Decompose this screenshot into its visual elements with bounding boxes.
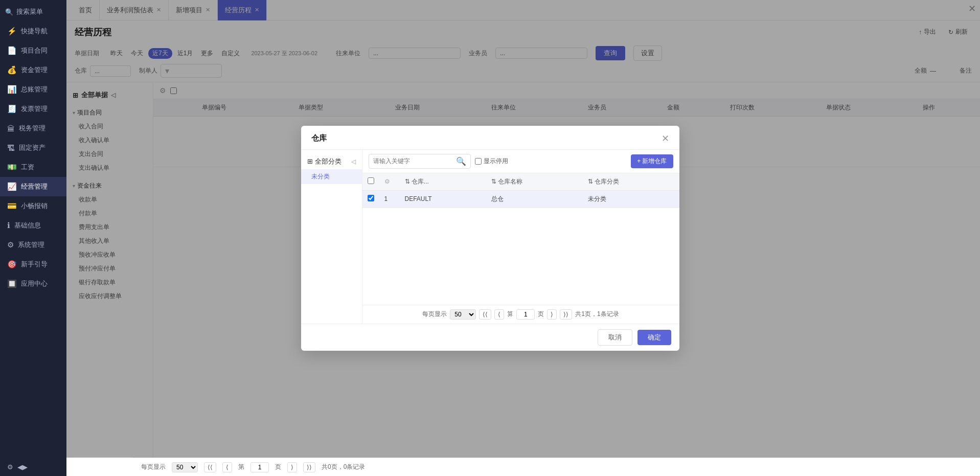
modal-search-icon[interactable]: 🔍 (456, 156, 466, 166)
modal-page-first[interactable]: ⟨⟨ (479, 309, 491, 320)
show-disabled-checkbox[interactable] (475, 158, 482, 165)
salary-icon: 💵 (7, 163, 17, 172)
project-icon: 📄 (7, 46, 17, 55)
petty-icon: 💳 (7, 201, 17, 211)
warehouse-modal: 仓库 ✕ ⊞ 全部分类 ◁ 未分类 🔍 显示停用 (301, 126, 679, 351)
modal-header: 仓库 ✕ (301, 126, 679, 150)
search-icon: 🔍 (5, 8, 13, 16)
page-next-btn[interactable]: ⟩ (287, 462, 297, 472)
modal-pagination: 每页显示 50 100 ⟨⟨ ⟨ 算 页 ⟩ ⟩⟩ 共1页，1条记录 (362, 305, 679, 324)
tax-icon: 🏛 (7, 124, 15, 133)
quick-nav-icon: ⚡ (7, 27, 17, 36)
sidebar-item-app-center[interactable]: 🔲 应用中心 (0, 274, 66, 293)
modal-title: 仓库 (311, 133, 327, 143)
modal-page-last[interactable]: ⟩⟩ (560, 309, 572, 320)
sidebar-item-tax[interactable]: 🏛 税务管理 (0, 119, 66, 138)
modal-page-first-label: 算 (507, 310, 513, 319)
modal-page-next[interactable]: ⟩ (547, 309, 557, 320)
settings-icon[interactable]: ⚙ (7, 463, 13, 471)
sidebar-item-guide[interactable]: 🎯 新手引导 (0, 255, 66, 274)
page-first-label: 第 (238, 463, 244, 471)
modal-search-box[interactable]: 🔍 (369, 154, 471, 169)
add-warehouse-button[interactable]: + 新增仓库 (631, 154, 673, 168)
confirm-button[interactable]: 确定 (637, 330, 671, 345)
operations-icon: 📈 (7, 182, 17, 191)
modal-search-input[interactable] (373, 157, 454, 165)
modal-all-categories[interactable]: ⊞ 全部分类 ◁ (301, 154, 362, 169)
gear-icon-modal[interactable]: ⚙ (384, 178, 390, 185)
row-checkbox-cell (362, 190, 379, 208)
page-prev-btn[interactable]: ⟨ (222, 462, 232, 472)
modal-page-prev[interactable]: ⟨ (494, 309, 504, 320)
bottom-bar: 每页显示 50 100 ⟨⟨ ⟨ 第 页 ⟩ ⟩⟩ 共0页，0条记录 (133, 458, 980, 476)
modal-table: ⚙ ⇅ 仓库... ⇅ 仓库名称 ⇅ 仓库分类 (362, 173, 679, 305)
app-icon: 🔲 (7, 279, 17, 288)
row-name-cell: 总仓 (486, 190, 583, 208)
modal-left-nav: ⊞ 全部分类 ◁ 未分类 (301, 150, 362, 324)
modal-toolbar: 🔍 显示停用 + 新增仓库 (362, 150, 679, 173)
modal-th-checkbox (362, 173, 379, 191)
assets-icon: 🏗 (7, 144, 15, 152)
modal-body: ⊞ 全部分类 ◁ 未分类 🔍 显示停用 + 新增仓库 (301, 150, 679, 324)
sidebar-item-invoice[interactable]: 🧾 发票管理 (0, 99, 66, 119)
sidebar-item-fund[interactable]: 💰 资金管理 (0, 60, 66, 80)
modal-nav-uncategorized[interactable]: 未分类 (301, 169, 362, 184)
modal-per-page-select[interactable]: 50 100 (450, 309, 476, 320)
sidebar-item-petty-cash[interactable]: 💳 小畅报销 (0, 196, 66, 216)
sidebar-item-accounting[interactable]: 📊 总账管理 (0, 80, 66, 99)
row-category-cell: 未分类 (583, 190, 679, 208)
modal-page-input[interactable] (516, 309, 535, 320)
modal-page-suffix: 页 (538, 310, 544, 319)
info-icon: ℹ (7, 221, 10, 230)
sidebar-item-system[interactable]: ⚙ 系统管理 (0, 235, 66, 255)
row-code-cell: DEFAULT (400, 190, 487, 208)
sidebar-item-quick-nav[interactable]: ⚡ 快捷导航 (0, 21, 66, 41)
modal-per-page-label: 每页显示 (422, 310, 447, 319)
sidebar-item-operations[interactable]: 📈 经营管理 (0, 177, 66, 196)
cancel-button[interactable]: 取消 (598, 329, 632, 346)
modal-th-name: ⇅ 仓库名称 (486, 173, 583, 191)
modal-total-label: 共1页，1条记录 (575, 310, 619, 319)
expand-icon: ⊞ (307, 157, 313, 165)
page-first-btn[interactable]: ⟨⟨ (204, 462, 216, 472)
accounting-icon: 📊 (7, 85, 17, 94)
per-page-select[interactable]: 50 100 (172, 462, 198, 472)
invoice-icon: 🧾 (7, 104, 17, 114)
modal-close-button[interactable]: ✕ (662, 133, 669, 144)
sidebar-item-basic-info[interactable]: ℹ 基础信息 (0, 216, 66, 235)
show-disabled-option[interactable]: 显示停用 (475, 157, 508, 166)
modal-th-num: ⚙ (379, 173, 400, 191)
sidebar-bottom: ⚙ ◀▶ (0, 458, 66, 476)
modal-select-all[interactable] (368, 177, 374, 184)
modal-collapse-icon[interactable]: ◁ (351, 158, 356, 165)
modal-th-category: ⇅ 仓库分类 (583, 173, 679, 191)
sidebar-search[interactable]: 🔍 搜索菜单 (0, 0, 66, 21)
fund-icon: 💰 (7, 65, 17, 75)
row-num-cell: 1 (379, 190, 400, 208)
page-number-input[interactable] (250, 462, 269, 472)
row-checkbox[interactable] (368, 195, 374, 201)
sidebar-item-fixed-assets[interactable]: 🏗 固定资产 (0, 138, 66, 157)
per-page-label: 每页显示 (141, 463, 166, 471)
page-last-btn[interactable]: ⟩⟩ (303, 462, 315, 472)
table-row[interactable]: 1 DEFAULT 总仓 未分类 (362, 190, 679, 208)
volume-icon[interactable]: ◀▶ (17, 463, 28, 471)
sidebar: 🔍 搜索菜单 ⚡ 快捷导航 📄 项目合同 💰 资金管理 📊 总账管理 🧾 发票管… (0, 0, 66, 476)
system-icon: ⚙ (7, 240, 14, 250)
sidebar-item-salary[interactable]: 💵 工资 (0, 157, 66, 177)
guide-icon: 🎯 (7, 260, 17, 269)
modal-right-content: 🔍 显示停用 + 新增仓库 ⚙ (362, 150, 679, 324)
modal-th-code: ⇅ 仓库... (400, 173, 487, 191)
total-records: 共0页，0条记录 (322, 463, 365, 471)
sidebar-item-project-contract[interactable]: 📄 项目合同 (0, 41, 66, 60)
page-label: 页 (275, 463, 281, 471)
modal-footer: 取消 确定 (301, 324, 679, 351)
